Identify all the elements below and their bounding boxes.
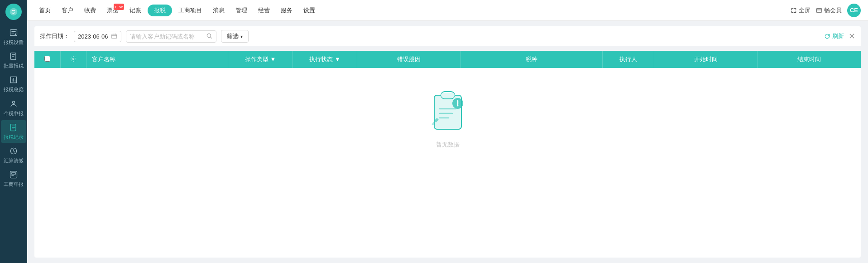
nav-manage[interactable]: 管理 [231,5,252,16]
sidebar-item-personal-tax[interactable]: 个税申报 [1,97,26,119]
tax-records-icon [9,123,18,133]
sidebar-item-settlement[interactable]: 汇算清缴 [1,144,26,166]
nav-settings[interactable]: 设置 [299,5,320,16]
svg-point-3 [13,101,15,103]
sidebar-item-settlement-label: 汇算清缴 [4,158,24,164]
sidebar-item-tax-settings-label: 报税设置 [4,39,24,45]
personal-tax-icon [9,99,18,110]
svg-rect-8 [111,34,116,39]
fullscreen-icon [791,7,797,14]
member-button[interactable]: 畅会员 [816,6,842,15]
date-picker[interactable]: 2023-06-06 [74,31,121,42]
batch-tax-icon [9,52,18,62]
toolbar: 操作日期： 2023-06-06 筛选 ▾ [34,26,861,46]
sidebar-item-tax-settings[interactable]: 报税设置 [1,25,26,48]
sidebar-item-tax-overview-label: 报税总览 [4,87,24,93]
col-start-time-header: 开始时间 [654,51,758,68]
sidebar-item-batch-tax[interactable]: 批量报税 [1,49,26,72]
sidebar-item-tax-records[interactable]: 报税记录 [1,120,26,143]
nav-billing[interactable]: 收费 [80,5,101,16]
top-navigation: 首页 客户 收费 票据 new 记账 报税 工商项目 消息 [27,0,868,21]
nav-home[interactable]: 首页 [34,5,55,16]
nav-invoice[interactable]: 票据 new [102,5,123,16]
date-label: 操作日期： [40,32,69,40]
fullscreen-button[interactable]: 全屏 [791,6,810,15]
select-all-checkbox[interactable] [44,56,50,62]
refresh-icon [824,33,830,39]
refresh-label: 刷新 [832,32,844,40]
svg-rect-7 [816,8,822,12]
sidebar-item-tax-overview[interactable]: 报税总览 [1,73,26,95]
member-icon [816,7,822,14]
annual-report-icon [9,170,18,180]
col-settings-header[interactable] [60,51,86,68]
empty-text: 暂无数据 [436,141,460,149]
calendar-icon [111,33,117,39]
user-avatar[interactable]: CE [847,4,861,17]
sidebar-item-batch-tax-label: 批量报税 [4,63,24,69]
nav-operation[interactable]: 经营 [254,5,274,16]
sidebar-item-annual-report[interactable]: 工商年报 [1,167,26,190]
col-status-header[interactable]: 执行状态 ▼ [293,51,357,68]
settings-icon [70,56,77,62]
svg-rect-6 [10,171,17,178]
search-input[interactable] [130,33,206,40]
filter-button[interactable]: 筛选 ▾ [221,30,249,43]
col-op-type-header[interactable]: 操作类型 ▼ [228,51,293,68]
tax-settings-icon [9,28,18,39]
col-end-time-header: 结束时间 [758,51,861,68]
svg-rect-0 [10,29,17,35]
table-header-row: 客户名称 操作类型 ▼ 执行状态 ▼ 错误股因 税种 执行人 开始时间 结束时间 [34,51,861,68]
new-badge: new [114,4,124,10]
chevron-down-icon: ▾ [240,34,243,39]
page-body: 操作日期： 2023-06-06 筛选 ▾ [27,21,868,263]
close-button[interactable]: ✕ [849,32,855,40]
empty-state: 暂无数据 [34,68,861,158]
nav-accounting[interactable]: 记账 [125,5,146,16]
search-box[interactable] [126,30,216,43]
sidebar-item-annual-report-label: 工商年报 [4,181,24,187]
svg-point-1 [15,34,16,35]
sidebar-item-tax-records-label: 报税记录 [4,134,24,140]
empty-illustration [425,86,470,136]
topnav-right: 全屏 畅会员 CE [791,4,861,17]
svg-point-10 [72,58,74,60]
nav-customer[interactable]: 客户 [57,5,78,16]
nav-service[interactable]: 服务 [276,5,297,16]
svg-point-15 [457,105,458,107]
nav-industry[interactable]: 工商项目 [174,5,206,16]
nav-tax[interactable]: 报税 [148,5,172,16]
nav-message[interactable]: 消息 [208,5,229,16]
svg-rect-13 [441,93,455,98]
nav-items: 首页 客户 收费 票据 new 记账 报税 工商项目 消息 [34,5,791,16]
col-tax-type-header: 税种 [460,51,603,68]
refresh-button[interactable]: 刷新 [824,32,844,40]
col-customer-name-header: 客户名称 [86,51,228,68]
search-icon[interactable] [206,33,212,40]
col-executor-header: 执行人 [603,51,654,68]
col-checkbox[interactable] [34,51,60,68]
data-table: 客户名称 操作类型 ▼ 执行状态 ▼ 错误股因 税种 执行人 开始时间 结束时间 [34,51,861,258]
date-value: 2023-06-06 [78,33,108,40]
filter-label: 筛选 [227,32,239,40]
settlement-icon [9,146,18,157]
sidebar: 报税设置 批量报税 报税总览 个税申报 [0,0,27,263]
main-content: 首页 客户 收费 票据 new 记账 报税 工商项目 消息 [27,0,868,263]
sidebar-item-personal-tax-label: 个税申报 [4,111,24,117]
col-error-header: 错误股因 [357,51,460,68]
tax-overview-icon [9,75,18,86]
app-logo[interactable] [5,4,22,20]
